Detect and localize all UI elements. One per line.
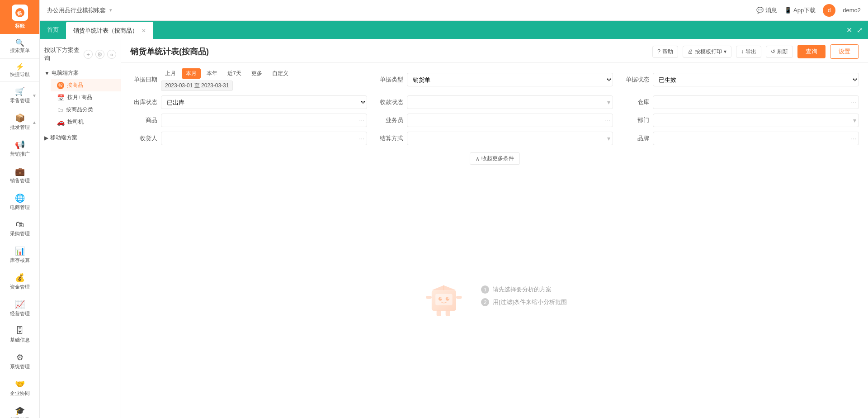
tab-close-all-button[interactable]: ✕ xyxy=(846,26,852,34)
refresh-label: 刷新 xyxy=(777,48,788,56)
warehouse-dots[interactable]: ··· xyxy=(851,99,856,106)
user-name[interactable]: demo2 xyxy=(843,7,861,14)
tab-close-button[interactable]: ✕ xyxy=(142,28,146,34)
sidebar-item-sales[interactable]: 💼 销售管理 xyxy=(0,162,39,189)
date-tab-more[interactable]: 更多 xyxy=(247,68,266,79)
dept-input[interactable] xyxy=(653,114,859,127)
tree-parent-mobile[interactable]: ▶ 移动端方案 xyxy=(40,132,121,144)
settlement-dots[interactable]: ▾ xyxy=(607,135,610,142)
tip-text-1: 请先选择要分析的方案 xyxy=(493,285,552,294)
consignee-control: ··· xyxy=(161,132,367,145)
print-icon: 🖨 xyxy=(688,48,693,55)
filter-row-2: 出库状态 已出库 ▾ 收款状态 ▾ xyxy=(130,95,859,109)
date-tab-last-month[interactable]: 上月 xyxy=(161,68,180,79)
export-button[interactable]: ↓ 导出 xyxy=(736,46,761,58)
topbar-right: 💬 消息 📱 App下载 d demo2 xyxy=(756,4,861,17)
tab-home[interactable]: 首页 xyxy=(40,21,66,39)
tree-item-by-driver[interactable]: 🚗 按司机 xyxy=(51,116,121,128)
sidebar-quicknav[interactable]: ⚡ 快捷导航 xyxy=(0,59,39,82)
page-title: 销货单统计表(按商品) xyxy=(130,46,209,57)
sidebar-item-marketing[interactable]: 📢 营销推广 xyxy=(0,135,39,162)
refresh-button[interactable]: ↺ 刷新 xyxy=(766,46,793,58)
doc-type-label: 单据类型 xyxy=(376,76,403,84)
add-scheme-button[interactable]: + xyxy=(84,50,93,59)
sidebar-item-purchase[interactable]: 🛍 采购管理 xyxy=(0,215,39,242)
brand-dots[interactable]: ··· xyxy=(851,135,856,142)
sidebar-search[interactable]: 🔍 搜索菜单 xyxy=(0,34,39,59)
sidebar-item-retail[interactable]: 🛒 零售管理 ▼ xyxy=(0,82,39,109)
user-avatar[interactable]: d xyxy=(823,4,835,17)
export-icon: ↓ xyxy=(741,48,744,55)
consignee-input[interactable] xyxy=(161,132,367,145)
sidebar-item-operations[interactable]: 📈 经营管理 xyxy=(0,295,39,322)
filter-cell-goods: 商品 ··· xyxy=(130,114,367,127)
date-control: 上月 本月 本年 近7天 更多 自定义 2023-03-01 至 2023-03… xyxy=(161,68,367,91)
tab-sales-report[interactable]: 销货单统计表（按商品） ✕ xyxy=(66,22,153,40)
tree-parent-label: 电脑端方案 xyxy=(52,69,79,77)
sidebar-item-enterprise[interactable]: 🤝 企业协同 xyxy=(0,375,39,401)
out-status-select[interactable]: 已出库 xyxy=(161,95,367,109)
tree-item-label: 按商品 xyxy=(67,81,83,89)
staff-dots[interactable]: ··· xyxy=(605,117,610,124)
marketing-label: 营销推广 xyxy=(10,151,30,157)
sidebar-item-ecommerce[interactable]: 🌐 电商管理 xyxy=(0,189,39,215)
date-tab-7days[interactable]: 近7天 xyxy=(223,68,245,79)
driver-icon: 🚗 xyxy=(57,119,65,126)
tree-item-by-month-goods[interactable]: 📅 按月+商品 xyxy=(51,91,121,104)
tip-1: 1 请先选择要分析的方案 xyxy=(481,285,566,294)
sidebar-item-wholesale[interactable]: 📦 批发管理 ▲ xyxy=(0,109,39,135)
collapse-button[interactable]: ∧ 收起更多条件 xyxy=(470,152,520,165)
company-dropdown[interactable]: ▾ xyxy=(109,7,112,13)
date-tab-this-month[interactable]: 本月 xyxy=(182,68,201,79)
filter-cell-settlement: 结算方式 ▾ xyxy=(376,132,613,145)
dept-dots[interactable]: ▾ xyxy=(853,117,856,124)
query-button[interactable]: 查询 xyxy=(797,45,826,58)
sidebar-item-finance[interactable]: 💰 资金管理 xyxy=(0,268,39,295)
svg-text:畅: 畅 xyxy=(17,11,22,16)
print-button[interactable]: 🖨 按模板打印 ▾ xyxy=(683,46,731,58)
sidebar-item-basics[interactable]: 🗄 基础信息 xyxy=(0,322,39,348)
wholesale-icon: 📦 xyxy=(15,113,25,123)
date-tab-this-year[interactable]: 本年 xyxy=(203,68,222,79)
settlement-input[interactable] xyxy=(407,132,613,145)
staff-input[interactable] xyxy=(407,114,613,127)
consignee-dots[interactable]: ··· xyxy=(359,135,364,142)
dept-label: 部门 xyxy=(622,116,649,124)
app-download-button[interactable]: 📱 App下载 xyxy=(784,6,816,14)
retail-label: 零售管理 xyxy=(10,97,30,104)
left-panel: 按以下方案查询 + ⚙ « ▼ 电脑端方案 按 按商品 xyxy=(40,39,121,418)
tree-item-by-category[interactable]: 🗂 按商品分类 xyxy=(51,104,121,116)
quicknav-label: 快捷导航 xyxy=(10,71,30,78)
tree-parent-pc[interactable]: ▼ 电脑端方案 xyxy=(40,67,121,79)
svg-rect-3 xyxy=(436,294,453,305)
warehouse-input[interactable] xyxy=(653,95,859,109)
consignee-label: 收货人 xyxy=(130,134,157,142)
sidebar-item-inventory[interactable]: 📊 库存核算 xyxy=(0,242,39,268)
sidebar-item-newbie[interactable]: 🎓 新手引导 xyxy=(0,401,39,418)
help-button[interactable]: ? 帮助 xyxy=(652,46,678,58)
doc-status-arrow: ▾ xyxy=(854,76,856,83)
tab-maximize-button[interactable]: ⤢ xyxy=(857,26,863,34)
tree-item-by-goods[interactable]: 按 按商品 xyxy=(51,79,121,91)
empty-state: 1 请先选择要分析的方案 2 用[过滤]条件来缩小分析范围 xyxy=(121,173,868,418)
doc-status-control: 已生效 ▾ xyxy=(653,73,859,86)
receipt-status-dots[interactable]: ▾ xyxy=(607,99,610,106)
doc-type-select[interactable]: 销货单 xyxy=(407,73,613,86)
system-icon: ⚙ xyxy=(16,352,24,362)
sidebar-item-system[interactable]: ⚙ 系统管理 xyxy=(0,348,39,375)
receipt-status-input[interactable] xyxy=(407,95,613,109)
filter-cell-staff: 业务员 ··· xyxy=(376,114,613,127)
settings-scheme-button[interactable]: ⚙ xyxy=(95,50,104,59)
brand-input[interactable] xyxy=(653,132,859,145)
goods-dots[interactable]: ··· xyxy=(359,117,364,124)
settings-button[interactable]: 设置 xyxy=(830,44,859,59)
collapse-panel-button[interactable]: « xyxy=(107,50,116,59)
doc-status-select[interactable]: 已生效 xyxy=(653,73,859,86)
filter-cell-dept: 部门 ▾ xyxy=(622,114,859,127)
date-tab-custom[interactable]: 自定义 xyxy=(268,68,292,79)
goods-input[interactable] xyxy=(161,114,367,127)
tree-expand-icon: ▼ xyxy=(44,70,50,76)
message-button[interactable]: 💬 消息 xyxy=(756,6,777,14)
receipt-status-label: 收款状态 xyxy=(376,98,403,106)
operations-icon: 📈 xyxy=(15,299,25,309)
